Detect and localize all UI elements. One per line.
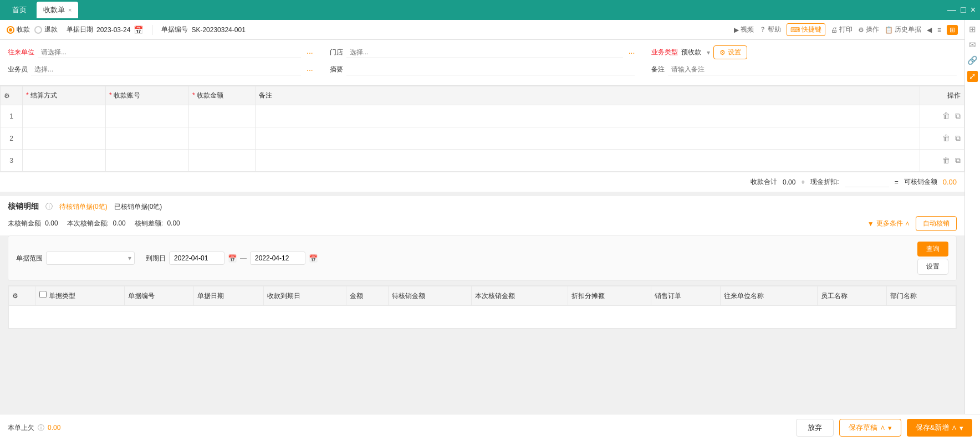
account-cell[interactable] — [106, 127, 189, 150]
sidebar-email-icon[interactable]: ✉ — [969, 40, 976, 50]
toolbar: 收款 退款 单据日期 2023-03-24 📅 单据编号 SK-20230324… — [0, 20, 964, 40]
bottom-col-6: 待核销金额 — [389, 286, 472, 306]
col-action-header: 操作 — [920, 86, 964, 105]
select-all-checkbox[interactable] — [39, 291, 47, 298]
note-cell[interactable] — [256, 105, 920, 127]
amount-cell[interactable] — [189, 127, 256, 150]
arrow-left-icon[interactable]: ◀ — [927, 26, 932, 34]
diff-field: 核销差额: 0.00 — [135, 219, 180, 228]
sidebar-table-icon[interactable]: ⊞ — [969, 24, 976, 34]
uncancelled-value: 0.00 — [45, 219, 58, 227]
discount-input[interactable] — [845, 177, 889, 187]
range-select[interactable] — [46, 252, 135, 265]
tab-home[interactable]: 首页 — [4, 2, 34, 18]
window-minimize-icon[interactable]: — — [947, 5, 956, 15]
save-new-button[interactable]: 保存&新增 ∧ ▾ — [907, 419, 972, 437]
bottom-col-7: 本次核销金额 — [471, 286, 568, 306]
settings-button[interactable]: ⚙ 设置 — [713, 45, 747, 59]
query-button[interactable]: 查询 — [917, 242, 948, 257]
radio-shoukuan[interactable]: 收款 — [7, 25, 30, 34]
print-btn[interactable]: 🖨 打印 — [831, 25, 853, 34]
stats-left: 未核销金额 0.00 本次核销金额: 0.00 核销差额: 0.00 — [8, 219, 180, 228]
draft-button[interactable]: 保存草稿 ∧ ▾ — [839, 419, 901, 437]
footer-info-icon[interactable]: ⓘ — [38, 423, 44, 433]
window-maximize-icon[interactable]: □ — [961, 5, 966, 15]
copy-icon[interactable]: ⧉ — [955, 134, 961, 142]
partner-input[interactable] — [38, 47, 301, 58]
plus-sign: + — [801, 178, 805, 186]
abandon-button[interactable]: 放弃 — [796, 419, 834, 437]
date-from-calendar-icon[interactable]: 📅 — [228, 254, 237, 263]
pending-tab[interactable]: 待核销单据(0笔) — [59, 202, 108, 212]
search-settings-button[interactable]: 设置 — [917, 259, 948, 275]
bottom-settings-icon[interactable]: ⚙ — [12, 292, 18, 300]
tab-active[interactable]: 收款单 × — [37, 2, 78, 18]
summary-input[interactable] — [346, 64, 635, 75]
delete-icon[interactable]: 🗑 — [942, 111, 950, 120]
window-close-icon[interactable]: × — [971, 5, 976, 15]
history-btn[interactable]: 📋 历史单据 — [885, 25, 921, 34]
list-view-icon[interactable]: ≡ — [937, 26, 941, 34]
range-select-wrap[interactable] — [46, 252, 135, 265]
date-to-calendar-icon[interactable]: 📅 — [309, 254, 318, 263]
tab-close-icon[interactable]: × — [68, 7, 72, 13]
account-cell[interactable] — [106, 105, 189, 127]
shortcut-btn[interactable]: ⌨ 快捷键 — [787, 23, 825, 36]
help-btn[interactable]: ？ 帮助 — [759, 25, 781, 34]
settlement-cell[interactable] — [23, 105, 106, 127]
footer-left: 本单上欠 ⓘ 0.00 — [8, 423, 60, 433]
col-settings-header[interactable]: ⚙ — [1, 86, 23, 105]
table-header-row: ⚙ * 结算方式 * 收款账号 * 收款金额 备注 操作 — [1, 86, 964, 105]
business-dropdown-icon[interactable]: ▾ — [707, 49, 710, 57]
note-input[interactable] — [668, 64, 957, 75]
date-value[interactable]: 2023-03-24 — [96, 26, 130, 34]
sidebar-link-icon[interactable]: 🔗 — [967, 55, 978, 65]
date-from-input[interactable] — [169, 252, 224, 265]
store-more-icon[interactable]: ··· — [629, 48, 635, 57]
date-label: 单据日期 — [67, 25, 93, 34]
settings-col-icon[interactable]: ⚙ — [4, 92, 10, 100]
note-cell[interactable] — [256, 150, 920, 172]
calendar-icon[interactable]: 📅 — [134, 25, 143, 34]
grid-view-icon[interactable]: ⊞ — [947, 25, 958, 35]
radio-tuikuan[interactable]: 退款 — [34, 25, 58, 34]
radio-tuikuan-label: 退款 — [44, 25, 58, 34]
auto-reconcile-button[interactable]: 自动核销 — [916, 216, 957, 231]
delete-icon[interactable]: 🗑 — [942, 134, 950, 142]
range-label: 单据范围 — [16, 254, 43, 263]
date-to-input[interactable] — [250, 252, 305, 265]
bottom-col-0[interactable]: ⚙ — [9, 286, 36, 306]
account-cell[interactable] — [106, 150, 189, 172]
done-tab[interactable]: 已核销单据(0笔) — [114, 202, 162, 212]
toolbar-right: ▶ 视频 ？ 帮助 ⌨ 快捷键 🖨 打印 ⚙ 操作 📋 历史单据 — [734, 23, 958, 36]
amount-cell[interactable] — [189, 105, 256, 127]
delete-icon[interactable]: 🗑 — [942, 156, 950, 165]
reconciliation-title: 核销明细 — [8, 202, 39, 212]
operation-btn[interactable]: ⚙ 操作 — [858, 25, 879, 34]
bottom-col-9: 销售订单 — [651, 286, 721, 306]
amount-cell[interactable] — [189, 150, 256, 172]
tab-bar-left: 首页 收款单 × — [4, 2, 78, 18]
store-label: 门店 — [330, 48, 343, 57]
staff-input[interactable] — [31, 64, 301, 75]
sidebar-expand-icon[interactable]: ⤢ — [967, 71, 978, 82]
settlement-cell[interactable] — [23, 150, 106, 172]
partner-more-icon[interactable]: ··· — [307, 48, 313, 57]
search-bar: 单据范围 到期日 📅 — 📅 查询 设置 — [8, 235, 957, 281]
filter-btn[interactable]: ▼ 更多条件 ∧ — [867, 219, 910, 228]
copy-icon[interactable]: ⧉ — [955, 156, 961, 165]
store-input[interactable] — [346, 47, 623, 58]
info-icon[interactable]: ⓘ — [45, 202, 53, 212]
copy-icon[interactable]: ⧉ — [955, 111, 961, 120]
col-label: 单据类型 — [49, 292, 75, 300]
staff-more-icon[interactable]: ··· — [307, 65, 313, 74]
settlement-cell[interactable] — [23, 127, 106, 150]
summary-label: 摘要 — [330, 65, 343, 74]
bottom-col-12: 部门名称 — [886, 286, 956, 306]
date-range-field: 到期日 📅 — 📅 — [146, 252, 318, 265]
bottom-col-4: 收款到期日 — [263, 286, 346, 306]
table-row: 2 🗑 ⧉ — [1, 127, 964, 150]
video-btn[interactable]: ▶ 视频 — [734, 25, 754, 34]
action-cell: 🗑 ⧉ — [920, 150, 964, 172]
note-cell[interactable] — [256, 127, 920, 150]
